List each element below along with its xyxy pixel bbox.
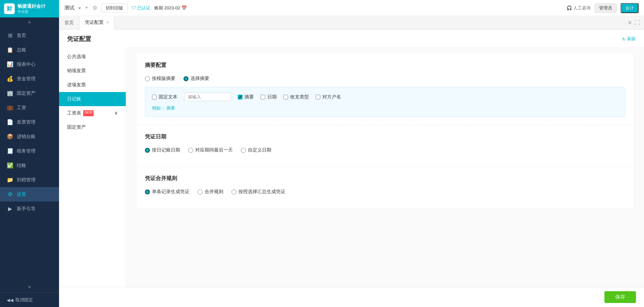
add-button[interactable]: + (85, 4, 89, 11)
invoice_mgmt-icon: 📄 (7, 119, 13, 125)
radio-by-journal-date[interactable]: 按日记账日期 (145, 147, 180, 153)
headset-icon: 🎧 (567, 5, 572, 10)
radio-last-day[interactable]: 对应期间最后一天 (188, 147, 233, 153)
checkbox-fixed-text-input[interactable] (152, 95, 157, 99)
summary-options-wrapper: 固定文本 摘要 日期 (145, 87, 625, 117)
radio-select-label: 选择摘要 (191, 76, 209, 82)
checkbox-income-type-input[interactable] (283, 95, 288, 99)
settlement-icon: ✅ (7, 162, 13, 169)
sidebar-item-archive[interactable]: 📁归档管理 (0, 173, 59, 187)
sidebar-item-payroll[interactable]: 💼工资 (0, 100, 59, 115)
sidebar-item-label-tax: 税务管理 (17, 148, 36, 154)
checkbox-fixed-text-label: 固定文本 (159, 94, 177, 100)
radio-custom-date-input[interactable] (241, 148, 246, 153)
radio-select-input[interactable] (183, 76, 189, 81)
sidebar-item-fixed_assets[interactable]: 🏢固定资产 (0, 86, 59, 100)
sidebar-scroll-up[interactable]: ▲ (0, 17, 59, 26)
switch-old-version-button[interactable]: 切到旧版 (101, 3, 127, 13)
tab-close-icon[interactable]: × (106, 20, 109, 25)
role-button[interactable]: 会计 (621, 3, 639, 13)
radio-template-summary[interactable]: 按模版摘要 (145, 76, 175, 82)
left-nav-label-purchase: 进项发票 (67, 82, 86, 87)
sidebar: 财 畅捷通好会计 专业版 ▲ ⊞首页📋总账📊报表中心💰资金管理🏢固定资产💼工资📄… (0, 0, 59, 307)
main-area: 测试 ▾ + ⚙ 切到旧版 🛡 已认证 账期 2023-02 📅 🎧 人工咨询 … (59, 0, 644, 307)
funds-icon: 💰 (7, 76, 13, 82)
checkbox-date-input[interactable] (261, 95, 265, 99)
sidebar-item-reports[interactable]: 📊报表中心 (0, 57, 59, 72)
sidebar-item-settlement[interactable]: ✅结账 (0, 158, 59, 173)
new-badge: NEW (83, 110, 94, 116)
tab-voucher-config[interactable]: 凭证配置 × (79, 16, 114, 30)
refresh-button[interactable]: ↻ 刷新 (622, 36, 636, 42)
radio-merge-rule-input[interactable] (198, 189, 203, 194)
period-label: 账期 (154, 5, 163, 11)
checkbox-counterpart[interactable]: 对方户名 (316, 94, 341, 100)
radio-single-record[interactable]: 单条记录生成凭证 (145, 189, 190, 195)
left-nav-item-journal[interactable]: 日记账 (59, 92, 126, 106)
left-nav-label-payroll: 工资表 (67, 110, 81, 116)
checkbox-counterpart-label: 对方户名 (322, 94, 341, 100)
left-nav-label-public: 公共选项 (67, 54, 86, 59)
tab-home[interactable]: 首页 (59, 16, 79, 30)
example-value: 摘要 (166, 105, 175, 111)
sidebar-item-tax[interactable]: 🧾税务管理 (0, 144, 59, 158)
radio-custom-date-label: 自定义日期 (248, 147, 271, 153)
checkbox-summary[interactable]: 摘要 (238, 94, 254, 100)
radio-last-day-input[interactable] (188, 148, 193, 153)
checkbox-summary-input[interactable] (238, 95, 243, 99)
checkbox-date[interactable]: 日期 (261, 94, 277, 100)
fixed-text-input[interactable] (184, 93, 231, 101)
radio-by-selection-input[interactable] (231, 189, 236, 194)
tax-icon: 🧾 (7, 148, 13, 154)
close-window-icon[interactable]: ✕ (628, 19, 632, 26)
radio-custom-date[interactable]: 自定义日期 (241, 147, 271, 153)
radio-single-record-input[interactable] (145, 189, 150, 194)
voucher-date-title: 凭证日期 (145, 133, 625, 140)
company-name: 测试 (64, 5, 74, 11)
sidebar-item-ledger[interactable]: 📋总账 (0, 43, 59, 57)
calendar-icon[interactable]: 📅 (181, 5, 187, 10)
maximize-icon[interactable]: ⛶ (635, 20, 640, 26)
settings-icon[interactable]: ⚙ (93, 5, 97, 11)
sidebar-item-guide[interactable]: ▶新手引导 (0, 202, 59, 216)
admin-button[interactable]: 管理员 (595, 3, 616, 13)
tab-voucher-config-label: 凭证配置 (85, 19, 104, 26)
logo-icon: 财 (4, 3, 15, 14)
page-header: 凭证配置 ↻ 刷新 (59, 30, 644, 47)
radio-template-input[interactable] (145, 76, 150, 81)
company-dropdown-icon[interactable]: ▾ (78, 5, 81, 11)
left-nav-item-payroll[interactable]: 工资表NEW∨ (59, 106, 126, 120)
checkbox-counterpart-input[interactable] (316, 95, 320, 99)
sidebar-item-label-funds: 资金管理 (17, 76, 36, 82)
customer-service-button[interactable]: 🎧 人工咨询 (567, 5, 591, 11)
left-nav-label-journal: 日记账 (67, 96, 81, 101)
left-nav-item-sales[interactable]: 销项发票 (59, 64, 126, 78)
radio-merge-rule[interactable]: 合并规则 (198, 189, 223, 195)
voucher-merge-radio-group: 单条记录生成凭证 合并规则 按照选择汇总生成凭证 (145, 189, 625, 195)
period-value: 2023-02 (164, 5, 180, 10)
verified-badge: 🛡 已认证 (131, 5, 150, 11)
left-nav-item-fixed_assets[interactable]: 固定资产 (59, 120, 126, 134)
sidebar-item-purchase_sales[interactable]: 📦进销台账 (0, 129, 59, 144)
cancel-fixed-button[interactable]: ◀◀ 取消固定 (7, 297, 52, 303)
sidebar-scroll-down[interactable]: ▼ (0, 283, 59, 293)
radio-by-selection[interactable]: 按照选择汇总生成凭证 (231, 189, 285, 195)
sidebar-item-home[interactable]: ⊞首页 (0, 28, 59, 43)
left-nav-item-purchase[interactable]: 进项发票 (59, 78, 126, 92)
sidebar-bottom: ◀◀ 取消固定 (0, 293, 59, 307)
left-nav: 公共选项销项发票进项发票日记账工资表NEW∨固定资产 (59, 47, 126, 287)
checkbox-fixed-text[interactable]: 固定文本 (152, 94, 177, 100)
save-button[interactable]: 保存 (604, 291, 636, 303)
radio-by-journal-date-label: 按日记账日期 (152, 147, 180, 153)
sidebar-item-funds[interactable]: 💰资金管理 (0, 72, 59, 86)
left-nav-label-fixed_assets: 固定资产 (67, 124, 86, 130)
radio-by-journal-date-input[interactable] (145, 148, 150, 153)
checkbox-income-type[interactable]: 收支类型 (283, 94, 309, 100)
radio-select-summary[interactable]: 选择摘要 (183, 76, 209, 82)
left-nav-item-public[interactable]: 公共选项 (59, 50, 126, 64)
summary-radio-group: 按模版摘要 选择摘要 (145, 76, 625, 82)
sidebar-item-invoice_mgmt[interactable]: 📄发票管理 (0, 115, 59, 129)
logo-sub: 专业版 (17, 9, 46, 14)
sidebar-item-settings[interactable]: ⚙设置 (0, 187, 59, 202)
voucher-merge-section: 凭证合并规则 单条记录生成凭证 合并规则 按照选择汇总生成凭证 (137, 167, 633, 209)
